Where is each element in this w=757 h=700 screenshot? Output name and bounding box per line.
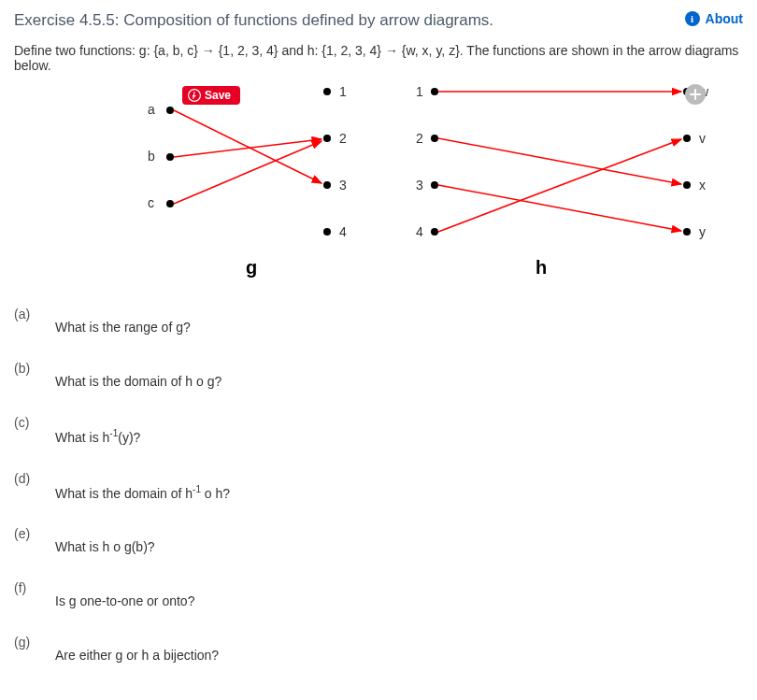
function-diagram-svg: a b c 1 2 3 4 g 1 2 3 4 [14,82,743,297]
h-cod-v: v [699,131,706,146]
svg-point-11 [431,228,438,236]
h-dom-4: 4 [416,224,423,239]
g-cod-2: 2 [339,131,347,146]
question-label: (e) [14,526,55,541]
question-c: (c) What is h-1(y)? [14,415,743,445]
question-a: (a) What is the range of g? [14,307,743,335]
pinterest-icon [188,89,201,102]
h-arrow-2-x [438,138,681,184]
question-d: (d) What is the domain of h-1 o h? [14,471,743,501]
header: Exercise 4.5.5: Composition of functions… [14,11,743,30]
about-label: About [706,11,743,26]
svg-point-8 [431,88,438,95]
svg-point-14 [683,181,691,189]
question-text: What is the range of g? [55,307,191,335]
g-arrow-b-2 [174,139,321,157]
question-text: Is g one-to-one or onto? [55,580,194,608]
question-text: What is h-1(y)? [55,415,140,445]
question-e: (e) What is h o g(b)? [14,526,743,554]
expand-icon[interactable] [685,84,706,105]
svg-point-10 [431,181,438,189]
h-dom-3: 3 [416,178,423,193]
question-label: (c) [14,415,55,430]
svg-point-2 [166,153,174,161]
question-label: (a) [14,307,55,321]
h-cod-x: x [699,178,706,193]
g-domain-c: c [148,195,154,210]
question-label: (b) [14,361,55,376]
g-domain-b: b [148,149,155,164]
svg-point-6 [323,181,331,189]
about-link[interactable]: i About [685,11,743,26]
svg-point-3 [166,200,174,207]
question-label: (g) [14,635,55,650]
svg-point-1 [166,107,174,114]
g-domain-a: a [148,102,155,117]
question-text: What is the domain of h o g? [55,361,221,389]
svg-point-4 [323,88,331,95]
h-arrow-4-v [438,139,681,232]
svg-point-9 [431,135,438,142]
h-label: h [536,257,547,278]
question-b: (b) What is the domain of h o g? [14,361,743,389]
save-label: Save [205,89,231,102]
h-arrow-3-y [438,185,681,231]
save-button[interactable]: Save [182,86,240,105]
question-f: (f) Is g one-to-one or onto? [14,580,743,608]
svg-point-5 [323,135,331,142]
h-cod-y: y [699,224,706,239]
questions-list: (a) What is the range of g? (b) What is … [14,307,743,663]
question-text: What is h o g(b)? [55,526,155,554]
problem-definition: Define two functions: g: {a, b, c} → {1,… [14,43,743,73]
g-label: g [246,257,257,278]
h-dom-2: 2 [416,131,423,146]
g-cod-3: 3 [339,178,347,193]
svg-point-15 [683,228,691,236]
arrow-diagrams: Save a b c 1 2 3 4 g [14,82,743,297]
svg-point-7 [323,228,331,236]
question-g: (g) Are either g or h a bijection? [14,635,743,663]
exercise-title: Exercise 4.5.5: Composition of functions… [14,11,493,30]
g-cod-1: 1 [339,84,347,99]
question-label: (f) [14,580,55,595]
question-text: Are either g or h a bijection? [55,635,219,663]
question-text: What is the domain of h-1 o h? [55,471,230,501]
g-cod-4: 4 [339,224,347,239]
info-icon: i [685,11,700,26]
svg-point-13 [683,135,691,142]
h-dom-1: 1 [416,84,423,99]
question-label: (d) [14,471,55,486]
